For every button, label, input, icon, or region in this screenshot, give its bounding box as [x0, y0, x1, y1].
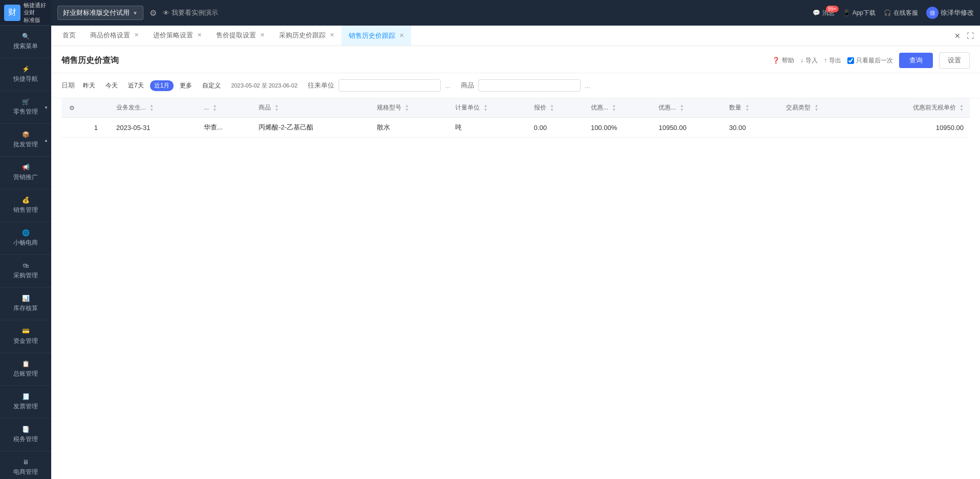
sidebar-item-marketing[interactable]: 📢 营销推广 — [0, 157, 51, 189]
tabbar-close-button[interactable]: ✕ — [952, 30, 963, 42]
col-trans-type[interactable]: 交易类型 ▲▼ — [780, 98, 859, 118]
tab-sales-history-close[interactable]: ✕ — [399, 32, 404, 39]
date-opt-yesterday[interactable]: 昨天 — [79, 80, 99, 91]
tab-price-extract[interactable]: 售价提取设置 ✕ — [209, 26, 272, 46]
sidebar-item-ledger[interactable]: 📋 总账管理 — [0, 353, 51, 386]
col-biz-date[interactable]: 业务发生... ▲▼ — [110, 98, 198, 118]
sort-icon: ▲▼ — [960, 104, 964, 112]
sidebar-item-tax[interactable]: 📑 税务管理 — [0, 419, 51, 451]
sort-icon: ▲▼ — [212, 104, 217, 112]
sidebar-item-quick-nav[interactable]: ⚡ 快捷导航 — [0, 58, 51, 91]
col-spec[interactable]: 规格型号 ▲▼ — [371, 98, 450, 118]
col-price-label: 报价 — [534, 104, 546, 111]
col-unit[interactable]: 计量单位 ▲▼ — [449, 98, 528, 118]
sidebar-item-ecommerce-small[interactable]: 🌐 小畅电商 — [0, 222, 51, 255]
col-more[interactable]: ... ▲▼ — [198, 98, 252, 118]
sort-icon: ▲▼ — [745, 104, 749, 112]
sidebar-item-label: 发票管理 — [13, 402, 38, 411]
col-num — [82, 98, 110, 118]
tab-price-settings-close[interactable]: ✕ — [134, 32, 139, 38]
sidebar-item-purchase[interactable]: 🛍 采购管理 — [0, 255, 51, 288]
ecommerce-icon: 🖥 — [23, 459, 29, 466]
tabbar: 首页 商品价格设置 ✕ 进价策略设置 ✕ 售价提取设置 ✕ 采购历史价跟踪 ✕ … — [51, 26, 980, 46]
sidebar-item-wholesale[interactable]: 📦 批发管理 — [0, 124, 51, 157]
date-opt-today[interactable]: 今天 — [101, 80, 122, 91]
date-opt-custom[interactable]: 自定义 — [198, 80, 225, 91]
app-download-icon: 📱 — [843, 9, 850, 16]
sort-icon: ▲▼ — [483, 104, 487, 112]
sidebar-item-search[interactable]: 🔍 搜索菜单 — [0, 26, 51, 58]
sidebar-item-label: 资金管理 — [13, 337, 38, 345]
col-price[interactable]: 报价 ▲▼ — [528, 98, 585, 118]
date-opt-1month[interactable]: 近1月 — [150, 80, 174, 91]
col-settings-icon: ⚙ — [69, 104, 75, 112]
messages-icon: 💬 — [813, 9, 820, 16]
export-label: 导出 — [829, 56, 841, 65]
col-pretax-price-label: 优惠前无税单价 — [913, 104, 956, 111]
app-download-button[interactable]: 📱 App下载 — [843, 9, 876, 17]
tab-home[interactable]: 首页 — [55, 26, 83, 46]
logo-icon: 财 — [4, 5, 20, 21]
tab-purchase-strategy[interactable]: 进价策略设置 ✕ — [146, 26, 209, 46]
sidebar-item-retail[interactable]: 🛒 零售管理 — [0, 91, 51, 124]
sidebar-item-ecommerce[interactable]: 🖥 电商管理 — [0, 451, 51, 479]
tab-purchase-history[interactable]: 采购历史价跟踪 ✕ — [272, 26, 342, 46]
col-discount-price[interactable]: 优惠... ▲▼ — [652, 98, 723, 118]
settings-button[interactable]: 设置 — [939, 52, 970, 69]
tab-purchase-strategy-label: 进价策略设置 — [153, 31, 193, 40]
date-opt-7days[interactable]: 近7天 — [124, 80, 148, 91]
date-opt-more[interactable]: 更多 — [176, 80, 196, 91]
sort-icon: ▲▼ — [612, 104, 616, 112]
goods-dots[interactable]: ... — [585, 82, 590, 90]
col-pretax-price[interactable]: 优惠前无税单价 ▲▼ — [859, 98, 970, 118]
sidebar-item-sales[interactable]: 💰 销售管理 — [0, 189, 51, 222]
topbar-settings-icon[interactable]: ⚙ — [150, 8, 157, 18]
from-unit-input[interactable] — [338, 79, 441, 92]
sidebar-item-inventory[interactable]: 📊 库存核算 — [0, 288, 51, 320]
tax-icon: 📑 — [22, 426, 30, 433]
tab-price-extract-close[interactable]: ✕ — [260, 32, 265, 38]
sales-icon: 💰 — [22, 197, 30, 204]
cell-settings — [61, 118, 82, 138]
col-discount-rate[interactable]: 优惠... ▲▼ — [585, 98, 653, 118]
help-button[interactable]: ❓ 帮助 — [772, 56, 794, 65]
col-biz-date-label: 业务发生... — [116, 104, 146, 111]
tab-sales-history[interactable]: 销售历史价跟踪 ✕ — [342, 26, 411, 46]
only-last-input[interactable] — [847, 57, 854, 64]
content-area: 销售历史价查询 ❓ 帮助 ↓ 导入 ↑ 导出 只看最后一次 查询 — [51, 46, 980, 479]
sidebar-item-label: 采购管理 — [13, 271, 38, 280]
goods-label: 商品 — [461, 81, 474, 90]
tabbar-end: ✕ ⛶ — [952, 30, 976, 42]
product-version-dropdown[interactable]: 好业财标准版交付试用 ▼ — [57, 6, 143, 20]
online-service-button[interactable]: 🎧 在线客服 — [884, 9, 918, 17]
sidebar-item-label: 快捷导航 — [13, 75, 38, 83]
sidebar-item-invoice[interactable]: 🧾 发票管理 — [0, 386, 51, 419]
col-settings[interactable]: ⚙ — [61, 98, 82, 118]
export-button[interactable]: ↑ 导出 — [824, 56, 841, 65]
query-button[interactable]: 查询 — [899, 53, 933, 68]
tabbar-maximize-button[interactable]: ⛶ — [965, 30, 976, 42]
col-goods[interactable]: 商品 ▲▼ — [252, 98, 370, 118]
only-last-checkbox[interactable]: 只看最后一次 — [847, 56, 893, 65]
user-profile-button[interactable]: 徐 徐泽华修改 — [926, 7, 974, 19]
sort-icon: ▲▼ — [150, 104, 154, 112]
col-qty[interactable]: 数量 ▲▼ — [723, 98, 780, 118]
demo-label: 我要看实例演示 — [172, 8, 218, 17]
cell-more: 华查... — [198, 118, 252, 138]
user-avatar-icon: 徐 — [926, 7, 939, 19]
goods-input[interactable] — [478, 79, 581, 92]
import-button[interactable]: ↓ 导入 — [800, 56, 818, 65]
messages-button[interactable]: 💬 消息 99+ — [813, 9, 835, 17]
sidebar-item-finance[interactable]: 💳 资金管理 — [0, 320, 51, 353]
col-discount-rate-label: 优惠... — [591, 104, 608, 111]
tab-price-settings[interactable]: 商品价格设置 ✕ — [83, 26, 146, 46]
from-unit-dots[interactable]: ... — [445, 82, 451, 90]
demo-link[interactable]: 👁 我要看实例演示 — [163, 8, 218, 17]
cell-num: 1 — [82, 118, 110, 138]
sidebar-item-label: 库存核算 — [13, 304, 38, 313]
tab-purchase-history-close[interactable]: ✕ — [330, 32, 334, 38]
wholesale-icon: 📦 — [22, 131, 30, 138]
tab-purchase-strategy-close[interactable]: ✕ — [197, 32, 202, 38]
sidebar-item-label: 营销推广 — [13, 173, 38, 182]
date-range-display: 2023-05-02 至 2023-06-02 — [231, 82, 297, 90]
